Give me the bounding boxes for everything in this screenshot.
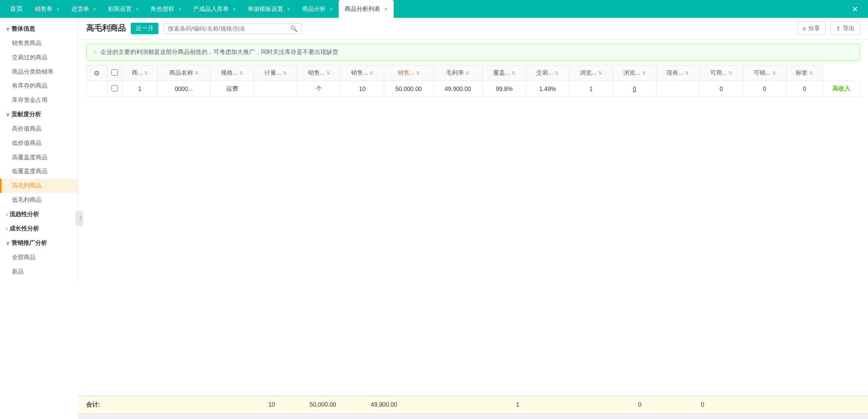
row-usable: 0	[743, 81, 786, 97]
page-title: 高毛利商品	[86, 23, 126, 34]
sidebar-group-trend[interactable]: › 流趋性分析	[0, 207, 78, 222]
select-all-checkbox[interactable]	[111, 69, 118, 76]
sidebar-item-new-goods[interactable]: 新品	[0, 265, 78, 279]
sidebar-item-stock-capital[interactable]: 库存资金占用	[0, 93, 78, 107]
nav-product-analysis-close[interactable]: ×	[330, 6, 333, 12]
code-col-header[interactable]: 商...⇅	[122, 65, 157, 81]
star-icon: ✧	[93, 49, 98, 56]
row-sales-amount: 50,000.00	[384, 81, 433, 97]
row-checkbox[interactable]	[111, 85, 118, 92]
sales-amount-col-header[interactable]: 销售...⇅	[341, 65, 384, 81]
coverage-col-header[interactable]: 覆盖...⇅	[483, 65, 526, 81]
nav-product-instock[interactable]: 产成品入库单 ×	[187, 0, 242, 18]
sidebar: ∨ 整体信息 销售类商品 交易过的商品 商品分类助销率 有库存的商品 库存资金占…	[0, 18, 78, 282]
nav-role[interactable]: 角色授权 ×	[145, 0, 187, 18]
sort-icon4: ⇅	[283, 70, 287, 76]
sort-icon15: ⇅	[772, 70, 776, 76]
sort-icon13: ⇅	[685, 70, 689, 76]
sidebar-item-low-value[interactable]: 低价值商品	[0, 136, 78, 150]
nav-product-analysis-list-close[interactable]: ×	[384, 6, 387, 12]
horizontal-scrollbar[interactable]	[78, 413, 868, 419]
browse1-col-header[interactable]: 浏览...⇅	[569, 65, 613, 81]
sort-icon: ⇅	[144, 70, 148, 76]
row-browse1[interactable]: 0	[613, 81, 656, 97]
nav-sales-close[interactable]: ×	[56, 6, 59, 12]
sort-icon9: ⇅	[511, 70, 515, 76]
content-header: 高毛利商品 近一月 🔍 ⎋ 分享 ⇪ 导出	[78, 18, 868, 40]
footer-total: 合计: 10 50,000.00 49,900.00 1 0 0	[78, 395, 868, 413]
row-coverage: 1.49%	[526, 81, 569, 97]
sidebar-item-high-margin[interactable]: 高毛利商品	[0, 179, 78, 193]
arrow-down-icon3: ∨	[6, 240, 9, 246]
gross-rate-col-header[interactable]: 毛利率⇅	[433, 65, 482, 81]
sort-icon3: ⇅	[239, 70, 243, 76]
table-row: 1 0000... 运费 个 10 50,000.00 49,900.00 99…	[87, 81, 860, 97]
sidebar-group-contribution[interactable]: ∨ 贡献度分析	[0, 107, 78, 122]
usable-col-header[interactable]: 可用...⇅	[700, 65, 743, 81]
nav-purchase[interactable]: 进货单 ×	[65, 0, 102, 18]
settings-col-header[interactable]: ⚙	[87, 65, 107, 81]
row-checkbox-cell[interactable]	[107, 81, 122, 97]
sidebar-item-high-coverage[interactable]: 高覆盖度商品	[0, 150, 78, 165]
sidebar-item-all-goods[interactable]: 全部商品	[0, 250, 78, 265]
export-button[interactable]: ⇪ 导出	[830, 22, 860, 35]
row-trade: 1	[569, 81, 613, 97]
share-icon: ⎋	[803, 25, 806, 32]
sidebar-item-low-margin[interactable]: 低毛利商品	[0, 193, 78, 207]
sales-cost-col-header[interactable]: 销售...⇅	[384, 65, 433, 81]
sidebar-collapse-button[interactable]: 《	[75, 211, 83, 226]
sales-qty-col-header[interactable]: 销售...⇅	[297, 65, 341, 81]
search-box[interactable]: 🔍	[163, 23, 302, 34]
sidebar-item-high-value[interactable]: 高价值商品	[0, 122, 78, 136]
row-num: 1	[122, 81, 157, 97]
sidebar-item-traded-goods[interactable]: 交易过的商品	[0, 50, 78, 65]
nav-sales[interactable]: 销售单 ×	[29, 0, 65, 18]
spec-col-header[interactable]: 规格...⇅	[210, 65, 254, 81]
search-icon[interactable]: 🔍	[290, 25, 298, 32]
row-sales-qty: 10	[341, 81, 384, 97]
table-header-row: ⚙ 商...⇅ 商品名称⇅ 规格...⇅	[87, 65, 860, 81]
window-close-button[interactable]: ✕	[846, 4, 864, 14]
share-button[interactable]: ⎋ 分享	[797, 22, 825, 35]
row-browse2	[656, 81, 700, 97]
browse2-col-header[interactable]: 浏览...⇅	[613, 65, 656, 81]
name-col-header[interactable]: 商品名称⇅	[157, 65, 210, 81]
arrow-down-icon: ∨	[6, 26, 9, 32]
saleable-col-header[interactable]: 可销...⇅	[743, 65, 786, 81]
info-banner: ✧ 企业的主要的利润都是这部分商品创造的，可考虑加大推广，同时关注库存是不要出现…	[86, 44, 860, 61]
arrow-right-icon: ›	[6, 212, 7, 217]
nav-template-close[interactable]: ×	[287, 6, 290, 12]
nav-permission-close[interactable]: ×	[136, 6, 139, 12]
nav-role-close[interactable]: ×	[178, 6, 181, 12]
sidebar-item-low-coverage[interactable]: 低覆盖度商品	[0, 164, 78, 179]
sort-icon16: ⇅	[809, 70, 813, 76]
nav-product-analysis[interactable]: 商品分析 ×	[296, 0, 339, 18]
sidebar-group-growth[interactable]: › 成长性分析	[0, 222, 78, 236]
sidebar-group-marketing[interactable]: ∨ 营销推广分析	[0, 236, 78, 250]
table-wrapper: ⚙ 商...⇅ 商品名称⇅ 规格...⇅	[78, 65, 868, 395]
row-name: 运费	[210, 81, 254, 97]
checkbox-col-header[interactable]	[107, 65, 122, 81]
nav-product-analysis-list[interactable]: 商品分析列表 ×	[339, 0, 393, 18]
row-tag: 高收入	[822, 81, 860, 97]
nav-template[interactable]: 单据模板设置 ×	[242, 0, 296, 18]
row-gross-rate: 99.8%	[483, 81, 526, 97]
nav-purchase-close[interactable]: ×	[93, 6, 96, 12]
unit-col-header[interactable]: 计量...⇅	[254, 65, 298, 81]
row-saleable: 0	[786, 81, 822, 97]
sidebar-item-sales-goods[interactable]: 销售类商品	[0, 36, 78, 50]
date-filter-button[interactable]: 近一月	[131, 23, 158, 34]
data-table: ⚙ 商...⇅ 商品名称⇅ 规格...⇅	[86, 65, 860, 97]
footer-saleable: 0	[701, 401, 705, 408]
search-input[interactable]	[168, 25, 290, 32]
nav-product-instock-close[interactable]: ×	[233, 6, 236, 12]
sidebar-item-category-assist[interactable]: 商品分类助销率	[0, 65, 78, 79]
sidebar-item-stocked-goods[interactable]: 有库存的商品	[0, 79, 78, 93]
nav-home[interactable]: 首页	[4, 0, 29, 18]
trade-col-header[interactable]: 交易...⇅	[526, 65, 569, 81]
tag-col-header[interactable]: 标签⇅	[786, 65, 822, 81]
footer-sales-amount: 50,000.00	[309, 401, 336, 408]
sidebar-group-overall[interactable]: ∨ 整体信息	[0, 22, 78, 36]
nav-permission[interactable]: 权限设置 ×	[102, 0, 145, 18]
available-col-header[interactable]: 现有...⇅	[656, 65, 700, 81]
